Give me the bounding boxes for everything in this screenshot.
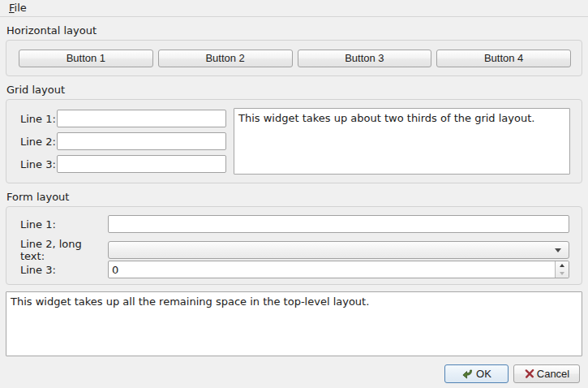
- form-line3-label: Line 3:: [19, 264, 108, 276]
- form-layout-group: Line 1: Line 2, long text: Line 3:: [6, 206, 582, 285]
- grid-line2-label: Line 2:: [19, 136, 57, 148]
- form-layout-group-title: Form layout: [6, 191, 582, 204]
- form-row-2: Line 2, long text:: [19, 238, 569, 256]
- menu-file-rest: ile: [15, 2, 27, 14]
- grid-text-edit[interactable]: This widget takes up about two thirds of…: [234, 108, 570, 175]
- button-1[interactable]: Button 1: [19, 50, 153, 67]
- arrow-up-icon: [560, 264, 564, 267]
- form-line1-input[interactable]: [108, 215, 569, 233]
- grid-layout-group-title: Grid layout: [6, 84, 582, 97]
- ok-button[interactable]: OK: [444, 364, 509, 383]
- button-3[interactable]: Button 3: [298, 50, 432, 67]
- menu-file[interactable]: File: [3, 1, 32, 15]
- menubar: File: [0, 0, 588, 17]
- grid-line1-label: Line 1:: [19, 113, 57, 125]
- dialog-button-row: OK Cancel: [0, 364, 580, 383]
- form-line1-label: Line 1:: [19, 218, 108, 231]
- form-line2-combobox[interactable]: [108, 241, 569, 259]
- form-row-1: Line 1:: [19, 215, 569, 233]
- grid-row-3: Line 3:: [19, 155, 226, 173]
- grid-fields-column: Line 1: Line 2: Line 3:: [19, 108, 226, 175]
- dialog-body: Horizontal layout Button 1 Button 2 Butt…: [0, 24, 588, 285]
- spinbox-buttons: [555, 261, 569, 278]
- button-4[interactable]: Button 4: [436, 50, 571, 67]
- spinbox-up-button[interactable]: [556, 261, 569, 269]
- form-row-3: Line 3:: [19, 261, 569, 278]
- bottom-text-edit[interactable]: This widget takes up all the remaining s…: [6, 291, 582, 356]
- ok-enter-arrow-icon: [461, 368, 474, 380]
- form-line3-spinbox: [108, 261, 569, 278]
- cancel-button-label: Cancel: [537, 368, 569, 380]
- spinbox-down-button[interactable]: [556, 269, 569, 278]
- cancel-cross-icon: [524, 369, 534, 379]
- spinbox-input[interactable]: [109, 261, 555, 278]
- ok-button-label: OK: [476, 368, 491, 380]
- grid-layout-group: Line 1: Line 2: Line 3: This widget take…: [6, 99, 582, 183]
- grid-row-1: Line 1:: [19, 110, 226, 127]
- button-2[interactable]: Button 2: [158, 50, 293, 67]
- grid-line1-input[interactable]: [57, 110, 226, 127]
- form-line2-label: Line 2, long text:: [19, 238, 108, 262]
- grid-line3-input[interactable]: [57, 155, 226, 173]
- horizontal-layout-group-title: Horizontal layout: [6, 24, 582, 37]
- horizontal-layout-group: Button 1 Button 2 Button 3 Button 4: [6, 40, 582, 76]
- arrow-down-icon: [560, 272, 564, 275]
- cancel-button[interactable]: Cancel: [513, 364, 580, 383]
- grid-row-2: Line 2:: [19, 132, 226, 150]
- grid-line2-input[interactable]: [57, 132, 226, 150]
- grid-line3-label: Line 3:: [19, 158, 57, 170]
- chevron-down-icon: [555, 248, 561, 252]
